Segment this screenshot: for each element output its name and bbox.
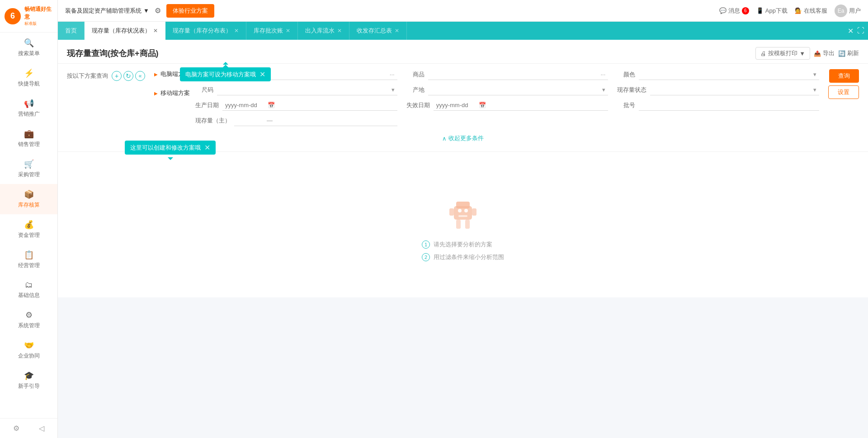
warehouse-ellipsis: ··· xyxy=(390,71,395,78)
user-item[interactable]: Ea 用户 xyxy=(835,5,861,17)
tab-bar: 首页 现存量（库存状况表） ✕ 现存量（库存分布表） ✕ 库存批次账 ✕ 出入库… xyxy=(58,22,868,40)
origin-label: 产地 xyxy=(406,86,425,94)
system-icon: ⚙ xyxy=(25,310,33,320)
filter-top-row: 按以下方案查询 + ↻ « xyxy=(67,69,859,126)
sidebar-collapse-btn[interactable]: ◁ xyxy=(39,424,44,433)
message-item[interactable]: 💬 消息 6 xyxy=(719,7,749,15)
goods-select[interactable]: ··· xyxy=(428,69,609,80)
tab-inventory-dist-close[interactable]: ✕ xyxy=(234,28,239,34)
tab-in-out-flow-close[interactable]: ✕ xyxy=(337,28,342,34)
tab-inventory-status[interactable]: 现存量（库存状况表） ✕ xyxy=(85,22,165,40)
online-support-item[interactable]: 💁 在线客服 xyxy=(795,7,827,15)
stock-status-select[interactable]: ▾ xyxy=(650,85,819,95)
avatar: Ea xyxy=(835,5,847,17)
tab-inventory-status-close[interactable]: ✕ xyxy=(153,28,158,34)
tab-inventory-dist[interactable]: 现存量（库存分布表） ✕ xyxy=(165,22,246,40)
edit-tooltip-container: 这里可以创建和修改方案哦 ✕ xyxy=(125,141,216,155)
sidebar-item-search[interactable]: 🔍 搜索菜单 xyxy=(0,33,57,63)
tab-close-all-btn[interactable]: ✕ xyxy=(848,27,854,35)
main-area: 装备及固定资产辅助管理系统 ▼ ⚙ 体验行业方案 💬 消息 6 📱 App下载 … xyxy=(58,0,868,438)
nav-menu: 🔍 搜索菜单 ⚡ 快捷导航 📢 营销推广 💼 销售管理 🛒 采购管理 📦 xyxy=(0,33,57,418)
filter-label: 按以下方案查询 xyxy=(67,72,108,80)
prod-date-input[interactable] xyxy=(225,102,266,108)
tab-batch-ledger-close[interactable]: ✕ xyxy=(286,28,290,34)
plus-icon: + xyxy=(115,72,118,80)
sidebar-label-basics: 基础信息 xyxy=(18,292,40,299)
message-icon: 💬 xyxy=(719,7,726,14)
sidebar-settings-btn[interactable]: ⚙ xyxy=(13,424,19,433)
sidebar-item-quick-nav[interactable]: ⚡ 快捷导航 xyxy=(0,63,57,93)
stock-main-field: 现存量（主） — xyxy=(195,115,397,126)
sidebar-item-basics[interactable]: 🗂 基础信息 xyxy=(0,275,57,305)
sidebar-label-newbie: 新手引导 xyxy=(18,382,40,390)
mobile-scheme-item[interactable]: ▶ 移动端方案 xyxy=(154,89,190,97)
scheme-back-btn[interactable]: « xyxy=(135,71,145,81)
refresh-button[interactable]: 🔄 刷新 xyxy=(838,49,859,57)
experience-button[interactable]: 体验行业方案 xyxy=(166,4,214,18)
export-button[interactable]: 📤 导出 xyxy=(814,49,835,57)
empty-state: 1 请先选择要分析的方案 2 用过滤条件来缩小分析范围 xyxy=(58,152,868,297)
expiry-date-label: 失效日期 xyxy=(406,101,430,109)
sidebar-item-newbie[interactable]: 🎓 新手引导 xyxy=(0,365,57,396)
stock-main-to[interactable] xyxy=(275,117,302,124)
sidebar-item-sales[interactable]: 💼 销售管理 xyxy=(0,123,57,154)
scheme-tooltip-close[interactable]: ✕ xyxy=(259,70,265,79)
sidebar-bottom: ⚙ ◁ xyxy=(0,418,57,438)
empty-step-2: 2 用过滤条件来缩小分析范围 xyxy=(422,253,504,261)
tab-collect-summary[interactable]: 收发存汇总表 ✕ xyxy=(349,22,407,40)
expiry-date-input[interactable] xyxy=(436,102,477,108)
batch-input[interactable] xyxy=(639,100,819,111)
svg-rect-8 xyxy=(465,220,470,229)
filter-fields-grid: 仓库 ... ··· 商品 ··· xyxy=(195,69,819,126)
sales-icon: 💼 xyxy=(24,129,34,139)
expiry-date-calendar-icon[interactable]: 📅 xyxy=(479,102,486,108)
sidebar: 6 畅销通好生意 标准版 🔍 搜索菜单 ⚡ 快捷导航 📢 营销推广 💼 销 xyxy=(0,0,58,438)
sidebar-item-marketing[interactable]: 📢 营销推广 xyxy=(0,93,57,123)
size-field: 尺码 ▾ xyxy=(195,85,397,95)
prod-date-calendar-icon[interactable]: 📅 xyxy=(268,102,275,108)
mobile-scheme-arrow: ▶ xyxy=(154,91,158,96)
tab-maximize-btn[interactable]: ⛶ xyxy=(857,27,864,35)
tab-collect-summary-close[interactable]: ✕ xyxy=(395,28,399,34)
tab-in-out-flow[interactable]: 出入库流水 ✕ xyxy=(298,22,349,40)
support-label: 在线客服 xyxy=(804,7,827,15)
sidebar-item-system[interactable]: ⚙ 系统管理 xyxy=(0,305,57,335)
tab-home[interactable]: 首页 xyxy=(58,22,85,40)
prod-date-range: 📅 xyxy=(222,100,397,111)
sidebar-label-enterprise: 企业协同 xyxy=(18,352,40,360)
color-select[interactable]: ▾ xyxy=(639,69,819,80)
edit-tooltip: 这里可以创建和修改方案哦 ✕ xyxy=(125,141,216,155)
svg-rect-1 xyxy=(456,202,470,208)
sidebar-item-finance[interactable]: 💰 资金管理 xyxy=(0,214,57,245)
sidebar-item-inventory[interactable]: 📦 库存核算 xyxy=(0,184,57,214)
reset-button[interactable]: 设置 xyxy=(828,85,859,99)
empty-step-1: 1 请先选择要分析的方案 xyxy=(422,240,504,249)
app-download-item[interactable]: 📱 App下载 xyxy=(756,7,788,15)
filter-action-buttons: 查询 设置 xyxy=(828,69,859,99)
color-chevron-down: ▾ xyxy=(813,71,816,78)
batch-label: 批号 xyxy=(617,101,635,109)
tab-batch-ledger[interactable]: 库存批次账 ✕ xyxy=(246,22,298,40)
sidebar-item-operations[interactable]: 📋 经营管理 xyxy=(0,245,57,275)
print-button[interactable]: 🖨 按模板打印 ▼ xyxy=(755,47,810,60)
stock-main-from[interactable] xyxy=(237,117,264,124)
tab-in-out-flow-label: 出入库流水 xyxy=(305,27,335,35)
edit-tooltip-close[interactable]: ✕ xyxy=(204,143,210,152)
size-select[interactable]: ▾ xyxy=(217,85,397,95)
system-select[interactable]: 装备及固定资产辅助管理系统 ▼ xyxy=(65,7,149,15)
svg-rect-4 xyxy=(458,215,467,217)
edit-tooltip-text: 这里可以创建和修改方案哦 xyxy=(130,144,201,152)
origin-select[interactable]: ▾ xyxy=(428,85,609,95)
page-header: 现存量查询(按仓库+商品) 🖨 按模板打印 ▼ 📤 导出 🔄 xyxy=(58,40,868,64)
sidebar-item-enterprise[interactable]: 🤝 企业协同 xyxy=(0,335,57,365)
query-button[interactable]: 查询 xyxy=(829,69,859,83)
mobile-scheme-name: 移动端方案 xyxy=(160,89,190,97)
scheme-refresh-btn[interactable]: ↻ xyxy=(123,71,133,81)
scheme-tooltip-container: 电脑方案可设为移动方案哦 ✕ xyxy=(180,64,271,81)
scheme-add-btn[interactable]: + xyxy=(112,71,122,81)
sidebar-item-purchase[interactable]: 🛒 采购管理 xyxy=(0,154,57,184)
collapse-up-icon: ∧ xyxy=(442,135,447,142)
header-settings-icon[interactable]: ⚙ xyxy=(155,6,161,15)
logo-area: 6 畅销通好生意 标准版 xyxy=(0,0,57,33)
stock-main-range: — xyxy=(234,115,397,126)
